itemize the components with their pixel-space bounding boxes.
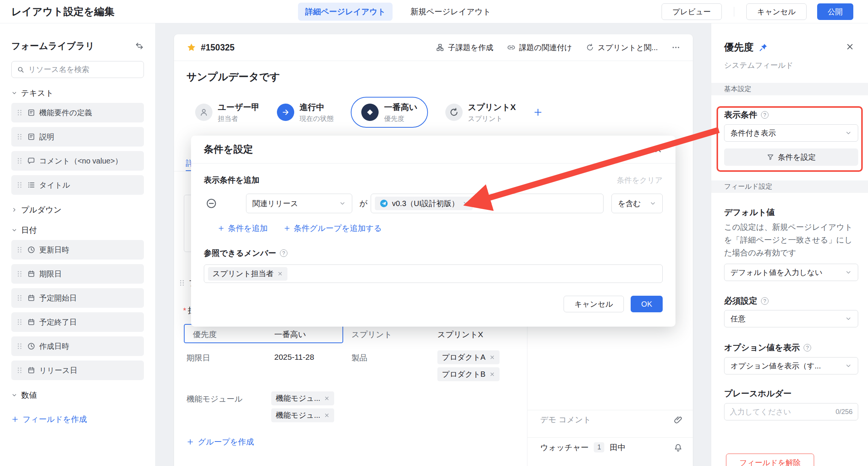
section-toggle[interactable]: 数値 (11, 390, 144, 400)
library-field-item[interactable]: 更新日時 (11, 240, 144, 260)
module-tags: 機能モジュ...機能モジュ... (271, 391, 334, 422)
library-field-item[interactable]: 作成日時 (11, 336, 144, 356)
close-modal-icon[interactable] (654, 145, 663, 154)
modal-title: 条件を設定 (204, 143, 253, 156)
issue-action-button[interactable]: 課題の関連付け (507, 43, 572, 53)
field-chip[interactable]: ユーザー甲担当者 (195, 102, 260, 123)
drag-handle-icon[interactable] (16, 157, 23, 165)
drag-handle-icon[interactable] (16, 246, 23, 254)
comment-input-row[interactable]: デモ コメント (527, 410, 693, 429)
release-value-tag: v0.3（UI設計初版） (375, 197, 473, 210)
close-panel-icon[interactable] (845, 42, 854, 51)
search-icon (17, 66, 24, 73)
help-icon[interactable] (280, 249, 287, 257)
issue-actions: 子課題を作成課題の関連付けスプリントと関... (436, 43, 680, 53)
chevron-down-icon (845, 130, 852, 136)
help-icon[interactable] (761, 111, 769, 119)
clear-conditions-button[interactable]: 条件をクリア (617, 175, 663, 185)
condition-field-select[interactable]: 関連リリース (246, 194, 352, 213)
chip-label: 現在の状態 (300, 114, 333, 123)
field-label: 製品 (351, 353, 367, 363)
favorite-star-icon[interactable] (186, 43, 196, 52)
library-field-item[interactable]: リリース日 (11, 361, 144, 380)
action-label: 課題の関連付け (519, 43, 572, 53)
chip-label: 担当者 (218, 114, 260, 123)
required-setting-select[interactable]: 任意 (724, 310, 858, 327)
pin-icon[interactable] (759, 43, 768, 52)
remove-tag-icon[interactable] (324, 396, 330, 401)
attachment-icon[interactable] (674, 415, 683, 424)
library-field-item[interactable]: 機能要件の定義 (11, 103, 144, 122)
drag-handle-icon[interactable] (16, 294, 23, 302)
drag-handle-icon[interactable] (16, 181, 23, 189)
drag-handle-icon[interactable] (16, 133, 23, 141)
create-field-button[interactable]: フィールドを作成 (11, 414, 144, 425)
display-condition-row: 表示条件 (724, 109, 769, 121)
resource-search[interactable] (11, 61, 144, 78)
section-toggle[interactable]: テキスト (11, 88, 144, 98)
issue-id: #150325 (201, 43, 235, 53)
set-condition-button[interactable]: 条件を設定 (724, 148, 858, 166)
publish-button[interactable]: 公開 (817, 3, 853, 20)
field-chip[interactable]: スプリントXスプリント (445, 102, 516, 123)
operator-select[interactable]: を含む (611, 194, 663, 213)
section-toggle[interactable]: 日付 (11, 225, 144, 235)
section-toggle[interactable]: プルダウン (11, 205, 144, 215)
section-label: 数値 (21, 390, 37, 400)
options-display-select[interactable]: オプション値を表示（す... (724, 357, 858, 374)
display-condition-label: 表示条件 (724, 109, 757, 121)
members-input[interactable]: スプリント担当者 (204, 264, 663, 283)
condition-value-input[interactable]: v0.3（UI設計初版） (371, 194, 604, 213)
library-field-item[interactable]: タイトル (11, 175, 144, 195)
remove-condition-icon[interactable] (206, 198, 217, 209)
cancel-button[interactable]: キャンセル (746, 3, 807, 20)
layout-tab[interactable]: 新規ページレイアウト (403, 3, 498, 21)
more-actions-icon[interactable] (671, 43, 680, 52)
create-group-button[interactable]: グループを作成 (186, 437, 254, 447)
layout-tab[interactable]: 詳細ページレイアウト (298, 3, 393, 21)
remove-tag-icon[interactable] (463, 201, 468, 206)
field-label: 予定終了日 (39, 317, 77, 327)
drag-handle-icon[interactable] (178, 279, 186, 287)
field-chip[interactable]: 一番高い優先度 (351, 97, 428, 128)
issue-action-button[interactable]: スプリントと関... (586, 43, 658, 53)
library-field-item[interactable]: 予定終了日 (11, 312, 144, 332)
preview-button[interactable]: プレビュー (662, 3, 722, 20)
add-condition-button[interactable]: 条件を追加 (218, 223, 268, 234)
add-field-chip-icon[interactable] (533, 107, 543, 117)
clock-icon (27, 246, 35, 254)
bell-icon[interactable] (674, 443, 683, 452)
help-icon[interactable] (761, 297, 769, 305)
priority-icon (361, 104, 379, 121)
drag-handle-icon[interactable] (16, 270, 23, 278)
library-field-item[interactable]: コメント（<no value>） (11, 151, 144, 171)
remove-tag-icon[interactable] (489, 354, 495, 360)
library-field-item[interactable]: 予定開始日 (11, 288, 144, 308)
field-chip[interactable]: 進行中現在の状態 (277, 102, 333, 123)
sprint-icon (445, 104, 463, 121)
release-icon (379, 199, 388, 208)
placeholder-input[interactable] (730, 408, 833, 416)
chip-label: 優先度 (384, 114, 417, 123)
detach-field-button[interactable]: フィールドを解除 (726, 454, 814, 466)
default-value-select[interactable]: デフォルト値を入力しない (724, 264, 858, 281)
library-field-item[interactable]: 説明 (11, 127, 144, 147)
library-sections: テキスト機能要件の定義説明コメント（<no value>）タイトルプルダウン日付… (11, 88, 144, 400)
collapse-library-icon[interactable] (135, 41, 144, 50)
drag-handle-icon[interactable] (16, 109, 23, 116)
drag-handle-icon[interactable] (16, 367, 23, 374)
modal-cancel-button[interactable]: キャンセル (564, 296, 624, 312)
library-field-item[interactable]: 期限日 (11, 264, 144, 284)
modal-ok-button[interactable]: OK (631, 296, 663, 312)
help-icon[interactable] (804, 344, 811, 351)
remove-tag-icon[interactable] (489, 371, 495, 377)
search-input[interactable] (28, 65, 138, 74)
display-condition-select[interactable]: 条件付き表示 (724, 124, 858, 142)
drag-handle-icon[interactable] (16, 342, 23, 350)
drag-handle-icon[interactable] (16, 318, 23, 326)
issue-action-button[interactable]: 子課題を作成 (436, 43, 493, 53)
chevron-down-icon (11, 392, 17, 398)
add-condition-group-button[interactable]: 条件グループを追加する (284, 223, 382, 234)
remove-tag-icon[interactable] (324, 413, 330, 418)
remove-tag-icon[interactable] (277, 271, 283, 277)
